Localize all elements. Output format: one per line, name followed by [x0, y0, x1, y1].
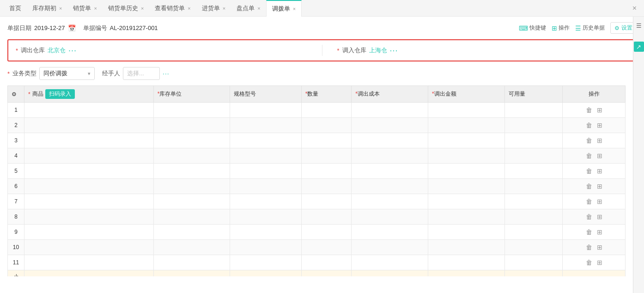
sidebar-export-icon[interactable]: ↗ — [634, 42, 644, 52]
amount-cell[interactable] — [428, 194, 504, 209]
copy-button[interactable]: ⊞ — [596, 136, 603, 145]
spec-cell[interactable] — [230, 103, 301, 118]
ops-link[interactable]: ⊞ 操作 — [552, 24, 570, 32]
tab-purchase[interactable]: 进货单 × — [196, 0, 231, 17]
available-cell[interactable] — [504, 148, 563, 164]
tab-transfer[interactable]: 调拨单 × — [266, 0, 302, 17]
copy-button[interactable]: ⊞ — [596, 258, 603, 267]
tab-sales-history[interactable]: 销货单历史 × — [103, 0, 149, 17]
goods-cell[interactable] — [24, 209, 154, 225]
cost-cell[interactable] — [352, 240, 428, 255]
goods-cell[interactable] — [24, 118, 154, 133]
cost-cell[interactable] — [352, 118, 428, 133]
person-more[interactable]: ··· — [163, 70, 170, 77]
close-icon[interactable]: × — [59, 6, 62, 11]
copy-button[interactable]: ⊞ — [596, 182, 603, 191]
qty-cell[interactable] — [301, 255, 352, 270]
qty-cell[interactable] — [301, 240, 352, 255]
tab-stocktake[interactable]: 盘点单 × — [231, 0, 266, 17]
delete-button[interactable]: 🗑 — [585, 197, 593, 206]
cost-cell[interactable] — [352, 164, 428, 179]
cost-cell[interactable] — [352, 255, 428, 270]
copy-button[interactable]: ⊞ — [596, 243, 603, 252]
unit-cell[interactable] — [153, 194, 230, 209]
spec-cell[interactable] — [230, 148, 301, 164]
goods-cell[interactable] — [24, 103, 154, 118]
spec-cell[interactable] — [230, 179, 301, 194]
delete-button[interactable]: 🗑 — [585, 227, 593, 237]
copy-button[interactable]: ⊞ — [596, 151, 603, 160]
sidebar-list-icon[interactable]: ☰ — [634, 20, 644, 31]
close-icon[interactable]: × — [293, 6, 296, 12]
copy-button[interactable]: ⊞ — [596, 121, 603, 130]
delete-button[interactable]: 🗑 — [585, 243, 593, 252]
qty-cell[interactable] — [301, 209, 352, 225]
cost-cell[interactable] — [352, 103, 428, 118]
qty-cell[interactable] — [301, 118, 352, 133]
available-cell[interactable] — [504, 133, 563, 148]
close-icon[interactable]: × — [188, 6, 190, 11]
cost-cell[interactable] — [352, 179, 428, 194]
goods-cell[interactable] — [24, 148, 154, 164]
delete-button[interactable]: 🗑 — [585, 121, 593, 130]
spec-cell[interactable] — [230, 225, 301, 240]
tab-home[interactable]: 首页 — [4, 0, 27, 17]
goods-cell[interactable] — [24, 194, 154, 209]
copy-button[interactable]: ⊞ — [596, 105, 603, 115]
spec-cell[interactable] — [230, 240, 301, 255]
qty-cell[interactable] — [301, 103, 352, 118]
amount-cell[interactable] — [428, 133, 504, 148]
copy-button[interactable]: ⊞ — [596, 212, 603, 221]
business-type-select[interactable]: 同价调拨 ▾ — [39, 67, 95, 80]
delete-button[interactable]: 🗑 — [585, 212, 593, 221]
goods-cell[interactable] — [24, 179, 154, 194]
tab-inventory-init[interactable]: 库存期初 × — [27, 0, 67, 17]
amount-cell[interactable] — [428, 148, 504, 164]
close-icon[interactable]: × — [141, 6, 144, 11]
qty-cell[interactable] — [301, 194, 352, 209]
unit-cell[interactable] — [153, 148, 230, 164]
delete-button[interactable]: 🗑 — [585, 105, 593, 115]
cost-cell[interactable] — [352, 209, 428, 225]
scan-button[interactable]: 扫码录入 — [45, 89, 75, 99]
available-cell[interactable] — [504, 225, 563, 240]
unit-cell[interactable] — [153, 133, 230, 148]
cost-cell[interactable] — [352, 194, 428, 209]
goods-cell[interactable] — [24, 164, 154, 179]
spec-cell[interactable] — [230, 133, 301, 148]
goods-cell[interactable] — [24, 255, 154, 270]
unit-cell[interactable] — [153, 179, 230, 194]
goods-cell[interactable] — [24, 240, 154, 255]
tab-sales-order[interactable]: 销货单 × — [67, 0, 102, 17]
delete-button[interactable]: 🗑 — [585, 136, 593, 145]
amount-cell[interactable] — [428, 225, 504, 240]
unit-cell[interactable] — [153, 118, 230, 133]
unit-cell[interactable] — [153, 209, 230, 225]
qty-cell[interactable] — [301, 148, 352, 164]
amount-cell[interactable] — [428, 255, 504, 270]
person-select[interactable]: 选择... — [123, 67, 160, 80]
cost-cell[interactable] — [352, 133, 428, 148]
available-cell[interactable] — [504, 103, 563, 118]
spec-cell[interactable] — [230, 118, 301, 133]
qty-cell[interactable] — [301, 164, 352, 179]
delete-button[interactable]: 🗑 — [585, 258, 593, 267]
qty-cell[interactable] — [301, 179, 352, 194]
spec-cell[interactable] — [230, 255, 301, 270]
history-link[interactable]: ☰ 历史单据 — [575, 24, 605, 32]
amount-cell[interactable] — [428, 164, 504, 179]
copy-button[interactable]: ⊞ — [596, 197, 603, 206]
delete-button[interactable]: 🗑 — [585, 166, 593, 176]
copy-button[interactable]: ⊞ — [596, 166, 603, 176]
settings-column-header[interactable]: ⚙ — [8, 86, 24, 103]
amount-cell[interactable] — [428, 179, 504, 194]
available-cell[interactable] — [504, 179, 563, 194]
close-icon[interactable]: × — [257, 6, 260, 11]
unit-cell[interactable] — [153, 255, 230, 270]
available-cell[interactable] — [504, 209, 563, 225]
goods-cell[interactable] — [24, 225, 154, 240]
delete-button[interactable]: 🗑 — [585, 151, 593, 160]
spec-cell[interactable] — [230, 164, 301, 179]
out-warehouse-more[interactable]: ··· — [68, 46, 77, 55]
unit-cell[interactable] — [153, 103, 230, 118]
